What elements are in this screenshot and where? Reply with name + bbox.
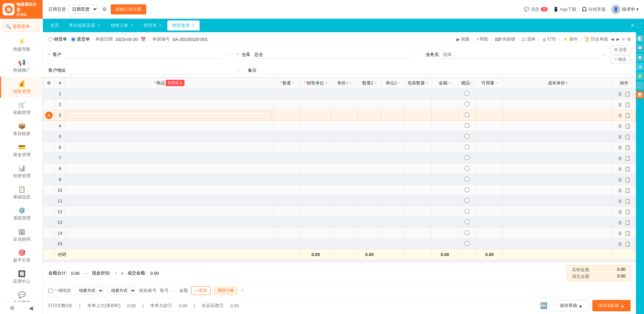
copy-row-4[interactable]: 📋 bbox=[625, 123, 630, 129]
delete-row-2[interactable]: 🗑 bbox=[618, 102, 623, 107]
sidebar-item-wechat[interactable]: 💬 企业微信 bbox=[0, 288, 43, 302]
tab-home[interactable]: 首页 bbox=[46, 20, 64, 30]
delete-row-15[interactable]: 🗑 bbox=[618, 241, 623, 247]
qty2-sort-icon[interactable]: ⇅ bbox=[374, 81, 377, 85]
scan-button[interactable]: 扫码录入 bbox=[166, 80, 184, 86]
copy-row-9[interactable]: 📋 bbox=[625, 177, 630, 182]
video-btn[interactable]: ▶ 视频 bbox=[457, 36, 470, 42]
sidebar-item-app-center[interactable]: 🔲 应用中心 bbox=[0, 267, 43, 288]
search-menu-button[interactable]: 🔍 搜索菜单 bbox=[3, 21, 40, 32]
sidebar-item-operation[interactable]: 📊 经营管理 bbox=[0, 161, 43, 182]
gift-checkbox-12[interactable] bbox=[465, 209, 469, 213]
sidebar-item-sales[interactable]: 💰 销售管理 bbox=[0, 77, 43, 98]
price-sort-icon[interactable]: ⇅ bbox=[348, 81, 351, 85]
gift-checkbox-14[interactable] bbox=[465, 231, 469, 235]
delete-row-5[interactable]: 🗑 bbox=[618, 134, 623, 139]
delete-row-10[interactable]: 🗑 bbox=[618, 188, 623, 193]
tab-order-close[interactable]: ✕ bbox=[130, 23, 133, 28]
app-download-button[interactable]: 📱 App下载 bbox=[553, 6, 576, 12]
tab-delivery[interactable]: 销货单 ✕ bbox=[139, 20, 167, 30]
gift-checkbox-8[interactable] bbox=[465, 166, 469, 171]
unit2-sort-icon[interactable]: ⇅ bbox=[397, 81, 400, 85]
address-dots[interactable]: ··· bbox=[236, 68, 240, 73]
history-btn[interactable]: 📜 历史单据 bbox=[584, 36, 608, 42]
gift-checkbox-3[interactable] bbox=[465, 113, 469, 117]
remark-input[interactable] bbox=[259, 66, 631, 74]
staff-input[interactable] bbox=[441, 51, 600, 59]
product-input-3[interactable] bbox=[67, 112, 272, 119]
sidebar-item-enterprise[interactable]: 🏢 企业协同 bbox=[0, 225, 43, 246]
warehouse-input[interactable] bbox=[253, 51, 412, 59]
rp-btn4[interactable]: ⊞ bbox=[636, 63, 644, 70]
radio-delivery[interactable]: 销货单 bbox=[48, 36, 67, 42]
settings-side-btn[interactable]: ⚙ 设置 bbox=[610, 46, 631, 54]
delete-row-1[interactable]: 🗑 bbox=[618, 91, 623, 97]
collapse-button[interactable]: ◀ bbox=[29, 305, 33, 311]
online-service-button[interactable]: 🎧 在线客服 bbox=[582, 6, 606, 12]
available-sort-icon[interactable]: ⇅ bbox=[495, 81, 498, 85]
gift-checkbox-7[interactable] bbox=[465, 155, 469, 160]
rp-btn7[interactable]: 📊 bbox=[636, 91, 644, 99]
shortcut-btn[interactable]: ⌨ 快捷键 bbox=[495, 36, 515, 42]
logistics-side-btn[interactable]: + 物流 bbox=[610, 55, 631, 64]
customer-dots[interactable]: ··· bbox=[225, 52, 229, 57]
collect-method-select[interactable]: 结算方式 bbox=[107, 287, 136, 295]
staff-dots[interactable]: ··· bbox=[603, 52, 606, 57]
copy-row-2[interactable]: 📋 bbox=[625, 102, 630, 107]
tab-price[interactable]: 售价提取设置 ✕ bbox=[64, 20, 105, 30]
copy-row-15[interactable]: 📋 bbox=[625, 241, 630, 247]
tab-delivery-close[interactable]: ✕ bbox=[159, 23, 162, 28]
unit-sort-icon[interactable]: ⇅ bbox=[325, 81, 327, 85]
sidebar-item-newbie[interactable]: 🎯 新手引导 bbox=[0, 246, 43, 267]
table-settings-icon[interactable]: ⚙ bbox=[47, 80, 51, 85]
operation-btn[interactable]: ⚡ 操作 bbox=[563, 36, 578, 42]
customer-input[interactable] bbox=[64, 51, 223, 59]
gift-checkbox-11[interactable] bbox=[465, 198, 469, 203]
rp-btn2[interactable]: 💬 bbox=[636, 44, 644, 52]
delete-row-7[interactable]: 🗑 bbox=[618, 155, 623, 161]
sidebar-item-shortcut[interactable]: ⚡ 快捷导航 bbox=[0, 35, 43, 56]
save-new-button[interactable]: 保存&新增 ▲ bbox=[592, 300, 631, 311]
add-row-button[interactable]: + bbox=[45, 112, 53, 119]
calc-method-select[interactable]: 结算方式 bbox=[75, 287, 104, 295]
copy-row-1[interactable]: 📋 bbox=[625, 91, 630, 97]
address-input[interactable] bbox=[68, 66, 233, 74]
copy-row-7[interactable]: 📋 bbox=[625, 155, 630, 161]
copy-row-14[interactable]: 📋 bbox=[625, 231, 630, 236]
copy-row-10[interactable]: 📋 bbox=[625, 188, 630, 193]
sidebar-item-basic[interactable]: 📋 基础信息 bbox=[0, 182, 43, 203]
delete-row-9[interactable]: 🗑 bbox=[618, 177, 623, 182]
warehouse-dots[interactable]: ··· bbox=[414, 52, 418, 57]
price-info-icon[interactable]: ℹ bbox=[346, 81, 348, 85]
delete-row-3[interactable]: 🗑 bbox=[618, 113, 623, 118]
sidebar-item-system[interactable]: ⚙️ 系统管理 bbox=[0, 203, 43, 225]
qty-sort-icon[interactable]: ⇅ bbox=[292, 81, 294, 85]
rp-btn3[interactable]: 📋 bbox=[636, 54, 644, 61]
rp-btn1[interactable]: 📝 bbox=[636, 35, 644, 42]
tab-price-close[interactable]: ✕ bbox=[97, 23, 101, 28]
delete-row-8[interactable]: 🗑 bbox=[618, 166, 623, 172]
fee-help-icon[interactable]: ? bbox=[241, 288, 243, 293]
settings-footer-button[interactable]: ⚙ bbox=[10, 305, 14, 311]
help-btn[interactable]: ? 帮助 bbox=[476, 36, 488, 42]
add-button[interactable]: + 添加 bbox=[191, 286, 211, 295]
rp-btn6[interactable]: 🔗 bbox=[636, 82, 644, 89]
gift-checkbox-6[interactable] bbox=[465, 145, 469, 149]
fee-split-button[interactable]: 费用分摊 bbox=[214, 287, 237, 295]
delete-row-6[interactable]: 🗑 bbox=[618, 145, 623, 150]
settings-gear-button[interactable]: ⚙ bbox=[102, 6, 107, 12]
copy-row-5[interactable]: 📋 bbox=[625, 134, 630, 139]
pkg-sort-icon[interactable]: ⇅ bbox=[426, 81, 428, 85]
sidebar-item-marketing[interactable]: 📢 营销推广 bbox=[0, 56, 43, 77]
select-btn[interactable]: ☑ 选单 bbox=[522, 36, 536, 42]
one-pay-checkbox[interactable]: 一键收款 bbox=[48, 288, 71, 294]
gift-checkbox-5[interactable] bbox=[465, 134, 469, 138]
message-button[interactable]: 💬 消息 70 bbox=[524, 6, 548, 12]
save-draft-button[interactable]: 保存草稿 ▲ bbox=[553, 300, 589, 311]
gift-sort-icon[interactable]: ⇅ bbox=[471, 81, 473, 85]
prev-record-btn[interactable]: ◀ bbox=[611, 37, 614, 42]
sidebar-item-purchase[interactable]: 🛒 采购管理 bbox=[0, 98, 43, 119]
fullscreen-button[interactable]: ⛶ bbox=[637, 23, 641, 28]
gift-checkbox-4[interactable] bbox=[465, 123, 469, 128]
gift-checkbox-13[interactable] bbox=[465, 220, 469, 224]
